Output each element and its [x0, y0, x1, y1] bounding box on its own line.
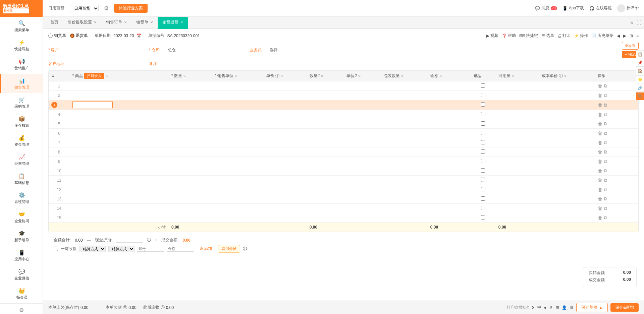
payment-amount-input[interactable]	[167, 246, 194, 252]
unit2-cell[interactable]	[344, 119, 381, 129]
copy-icon[interactable]: ⧉	[604, 215, 607, 221]
amount-cell[interactable]	[428, 194, 471, 204]
rt-btn-5[interactable]: 🔗	[636, 84, 644, 92]
qty2-cell[interactable]	[307, 81, 344, 91]
product-cell[interactable]	[70, 194, 169, 204]
product-input-active[interactable]	[72, 102, 113, 108]
sales-unit-cell[interactable]	[212, 129, 263, 138]
available-qty-cell[interactable]	[496, 138, 539, 147]
qty-cell[interactable]	[169, 194, 212, 204]
copy-icon[interactable]: ⧉	[604, 92, 607, 98]
qty2-cell[interactable]	[307, 138, 344, 147]
sales-unit-cell[interactable]	[212, 138, 263, 147]
amount-sort-icon[interactable]: ⇅	[439, 74, 442, 78]
product-cell[interactable]	[70, 185, 169, 194]
toolbar-grid-view-btn[interactable]: ⊞	[630, 34, 633, 38]
sales-unit-cell[interactable]	[212, 110, 263, 119]
add-row-btn[interactable]: +	[51, 102, 57, 108]
qty-cell[interactable]	[169, 185, 212, 194]
unit-price-cell[interactable]	[264, 213, 307, 223]
cost-price-cell[interactable]	[539, 138, 595, 147]
sidebar-item-basic[interactable]: 📋 基础信息	[0, 170, 43, 189]
package-qty-cell[interactable]	[381, 213, 428, 223]
product-cell[interactable]	[70, 157, 169, 166]
price-sort-icon[interactable]: ⇅	[280, 74, 283, 78]
cost-price-cell[interactable]	[539, 185, 595, 194]
gift-checkbox[interactable]	[481, 121, 485, 126]
qty-cell[interactable]	[169, 157, 212, 166]
amount-cell[interactable]	[428, 119, 471, 129]
product-cell[interactable]	[70, 91, 169, 100]
unit2-cell[interactable]	[344, 176, 381, 185]
qty-cell[interactable]	[169, 176, 212, 185]
gift-cell[interactable]	[471, 100, 496, 110]
gift-checkbox[interactable]	[481, 159, 485, 163]
cost-price-cell[interactable]	[539, 91, 595, 100]
sales-unit-cell[interactable]	[212, 213, 263, 223]
sidebar-item-appstore[interactable]: 📱 应用中心	[0, 246, 43, 265]
topbar-user[interactable]: 徐泽华	[617, 4, 639, 12]
product-sort-icon[interactable]: ⇅	[105, 74, 108, 78]
sales-unit-cell[interactable]	[212, 119, 263, 129]
settlement-method-select[interactable]: 结算方式	[79, 246, 106, 252]
cost-price-cell[interactable]	[539, 129, 595, 138]
gift-cell[interactable]	[471, 166, 496, 176]
toolbar-prev-btn[interactable]: ◀	[617, 34, 620, 38]
qty-cell[interactable]	[169, 147, 212, 157]
sales-unit-cell[interactable]	[212, 81, 263, 91]
address-input[interactable]	[67, 61, 137, 67]
delete-icon[interactable]: 🗑	[598, 206, 602, 211]
cost-price-cell[interactable]	[539, 119, 595, 129]
qty2-sort-icon[interactable]: ⇅	[321, 74, 323, 78]
unit-price-cell[interactable]	[264, 129, 307, 138]
gift-checkbox[interactable]	[481, 102, 485, 107]
unit2-cell[interactable]	[344, 81, 381, 91]
amount-cell[interactable]	[428, 147, 471, 157]
s-icon4[interactable]: 🎙	[549, 305, 553, 310]
qty2-cell[interactable]	[307, 147, 344, 157]
available-qty-cell[interactable]	[496, 194, 539, 204]
salesperson-ellipsis[interactable]: ...	[610, 48, 613, 52]
calendar-icon[interactable]: 📅	[137, 34, 142, 38]
unit2-cell[interactable]	[344, 157, 381, 166]
s-icon1[interactable]: S	[532, 305, 535, 310]
cost-price-cell[interactable]	[539, 204, 595, 213]
sales-unit-cell[interactable]	[212, 185, 263, 194]
gift-checkbox[interactable]	[481, 215, 485, 219]
unit-price-cell[interactable]	[264, 204, 307, 213]
qty2-cell[interactable]	[307, 166, 344, 176]
product-cell[interactable]	[70, 204, 169, 213]
sidebar-item-search[interactable]: 🔍 搜索菜单	[0, 17, 43, 36]
amount-cell[interactable]	[428, 129, 471, 138]
unit-price-cell[interactable]	[264, 119, 307, 129]
delete-icon[interactable]: 🗑	[598, 187, 602, 192]
qty2-cell[interactable]	[307, 129, 344, 138]
qty-cell[interactable]	[169, 166, 212, 176]
available-qty-cell[interactable]	[496, 81, 539, 91]
tab-sales-return[interactable]: 销货退货 ✕	[158, 17, 188, 29]
rt-btn-4[interactable]: ⭐	[636, 75, 644, 83]
unit-price-cell[interactable]	[264, 176, 307, 185]
gift-checkbox[interactable]	[481, 206, 485, 210]
package-qty-cell[interactable]	[381, 194, 428, 204]
gift-cell[interactable]	[471, 204, 496, 213]
radio-sales-bill[interactable]: 销货单	[48, 33, 66, 39]
sales-unit-cell[interactable]	[212, 204, 263, 213]
delete-icon[interactable]: 🗑	[598, 168, 602, 174]
unit2-cell[interactable]	[344, 204, 381, 213]
pkg-sort-icon[interactable]: ⇅	[401, 74, 404, 78]
gift-cell[interactable]	[471, 185, 496, 194]
cost-price-cell[interactable]	[539, 100, 595, 110]
toolbar-shortcut-btn[interactable]: ⌨ 快捷键	[519, 33, 538, 39]
package-qty-cell[interactable]	[381, 157, 428, 166]
qty-cell[interactable]	[169, 81, 212, 91]
gift-cell[interactable]	[471, 157, 496, 166]
package-qty-cell[interactable]	[381, 110, 428, 119]
cash-discount-input[interactable]	[116, 238, 143, 243]
qty-cell[interactable]	[169, 129, 212, 138]
qty2-cell[interactable]	[307, 176, 344, 185]
rt-btn-1[interactable]: 📋	[636, 50, 644, 58]
sales-unit-cell[interactable]	[212, 91, 263, 100]
copy-icon[interactable]: ⧉	[604, 177, 607, 183]
gift-cell[interactable]	[471, 147, 496, 157]
